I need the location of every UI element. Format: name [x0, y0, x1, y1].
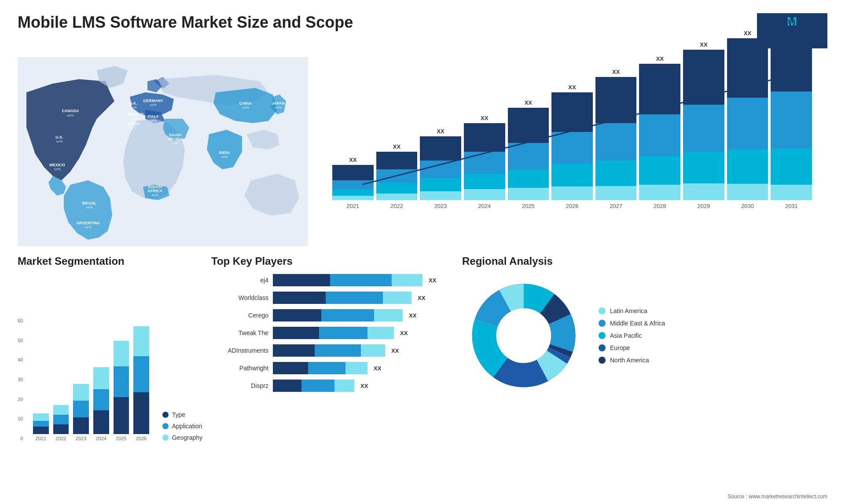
bar-group-2025: XX — [508, 99, 549, 200]
pb-s3 — [345, 362, 367, 374]
seg-app-2022 — [53, 415, 69, 424]
pb-s3 — [392, 274, 422, 286]
legend-label-geography: Geography — [172, 434, 202, 441]
svg-point-40 — [497, 309, 550, 362]
player-val-tweak: XX — [400, 330, 408, 336]
player-row-pathwright: Pathwright XX — [211, 362, 453, 374]
player-bar-ej4: XX — [273, 274, 453, 286]
pb-s1 — [273, 274, 330, 286]
pb-s2 — [315, 344, 361, 357]
bar-seg-mid — [639, 114, 680, 156]
seg-type-2022 — [53, 424, 69, 434]
legend-text-europe: Europe — [610, 344, 630, 351]
svg-text:xx%: xx% — [150, 103, 156, 107]
bar-seg-lightest — [464, 189, 505, 200]
seg-app-2026 — [133, 356, 149, 392]
legend-label-application: Application — [172, 423, 202, 430]
x-label-2029: 2029 — [683, 203, 724, 209]
player-name-adinstruments: ADInstruments — [211, 347, 268, 354]
bottom-section: Market Segmentation 60 50 40 30 20 10 0 — [18, 255, 827, 466]
pb-s1 — [273, 327, 319, 339]
svg-text:xx%: xx% — [67, 113, 73, 117]
seg-bar-2023: 2023 — [73, 311, 89, 441]
bar-seg-mid — [595, 123, 637, 161]
seg-type-2026 — [133, 392, 149, 434]
bar-seg-mid — [727, 98, 768, 150]
pb-s2 — [330, 274, 392, 286]
x-label-2026: 2026 — [551, 203, 593, 209]
svg-text:xx%: xx% — [275, 106, 281, 110]
bar-seg-lightest — [639, 185, 680, 200]
svg-text:xx%: xx% — [150, 119, 156, 123]
player-row-disprz: Disprz XX — [211, 380, 453, 392]
legend-geography: Geography — [162, 434, 202, 441]
svg-text:BRAZIL: BRAZIL — [82, 201, 97, 205]
seg-type-2023 — [73, 417, 89, 434]
bar-seg-dark — [376, 152, 418, 169]
svg-text:xx%: xx% — [84, 225, 91, 229]
pb-s1 — [273, 309, 321, 321]
svg-text:CHINA: CHINA — [239, 101, 252, 106]
bar-val-2030: XX — [744, 30, 751, 37]
bar-val-2028: XX — [656, 55, 664, 62]
regional-title: Regional Analysis — [462, 255, 827, 267]
svg-text:ARGENTINA: ARGENTINA — [76, 221, 100, 225]
seg-chart-area: 60 50 40 30 20 10 0 — [18, 274, 202, 441]
player-name-tweak: Tweak The — [211, 329, 268, 336]
y-axis: 60 50 40 30 20 10 0 — [18, 318, 25, 441]
seg-x-2021: 2021 — [36, 436, 46, 441]
player-row-cerego: Cerego XX — [211, 309, 453, 321]
player-name-cerego: Cerego — [211, 312, 268, 319]
segmentation-container: Market Segmentation 60 50 40 30 20 10 0 — [18, 255, 202, 466]
regional-container: Regional Analysis — [462, 255, 827, 466]
bar-val-2029: XX — [700, 41, 707, 48]
bar-stack-2028 — [639, 64, 680, 200]
legend-dot-application — [162, 423, 169, 429]
bar-group-2021: XX — [332, 157, 374, 200]
player-bar-stack-ej4 — [273, 274, 422, 286]
legend-type: Type — [162, 411, 202, 418]
player-bar-stack-adinstruments — [273, 344, 385, 357]
y-label-50: 50 — [18, 338, 23, 343]
legend-color-latin — [599, 307, 606, 314]
seg-legend: Type Application Geography — [158, 411, 202, 441]
seg-bar-2025: 2025 — [114, 311, 129, 441]
bar-seg-mid — [332, 180, 374, 189]
y-label-0: 0 — [20, 436, 23, 441]
bar-seg-lightest — [551, 186, 593, 200]
legend-color-na — [599, 357, 606, 364]
y-label-10: 10 — [18, 416, 23, 421]
bar-seg-dark — [420, 136, 461, 161]
player-name-disprz: Disprz — [211, 382, 268, 389]
bar-seg-lightest — [771, 185, 812, 200]
bar-stack-2023 — [420, 136, 461, 200]
seg-app-2023 — [73, 401, 89, 417]
bar-seg-mid — [551, 132, 593, 164]
svg-text:xx%: xx% — [130, 106, 136, 110]
bar-seg-light — [332, 189, 374, 196]
seg-geo-2021 — [33, 413, 49, 421]
bar-seg-mid — [683, 105, 724, 152]
bar-seg-lightest — [420, 191, 461, 200]
pb-s2 — [319, 327, 367, 339]
player-val-adinstruments: XX — [391, 347, 399, 354]
x-label-2025: 2025 — [508, 203, 549, 209]
svg-text:ARABIA: ARABIA — [168, 137, 183, 141]
x-axis-labels: 2021 2022 2023 2024 2025 2026 2027 2028 … — [330, 200, 814, 209]
legend-text-apac: Asia Pacific — [610, 332, 642, 339]
svg-text:xx%: xx% — [132, 117, 139, 121]
player-bar-adinstruments: XX — [273, 344, 453, 357]
bar-seg-light — [727, 150, 768, 184]
svg-text:xx%: xx% — [172, 141, 178, 145]
svg-text:xx%: xx% — [130, 126, 136, 130]
svg-text:FRANCE: FRANCE — [127, 112, 144, 117]
bar-seg-mid — [508, 143, 549, 169]
pb-s1 — [273, 292, 326, 304]
y-label-40: 40 — [18, 357, 23, 362]
seg-app-2021 — [33, 421, 49, 427]
player-row-adinstruments: ADInstruments XX — [211, 344, 453, 357]
bar-seg-mid — [771, 91, 812, 149]
bar-seg-dark — [639, 64, 680, 114]
bar-seg-lightest — [727, 184, 768, 200]
pb-s2 — [326, 292, 383, 304]
